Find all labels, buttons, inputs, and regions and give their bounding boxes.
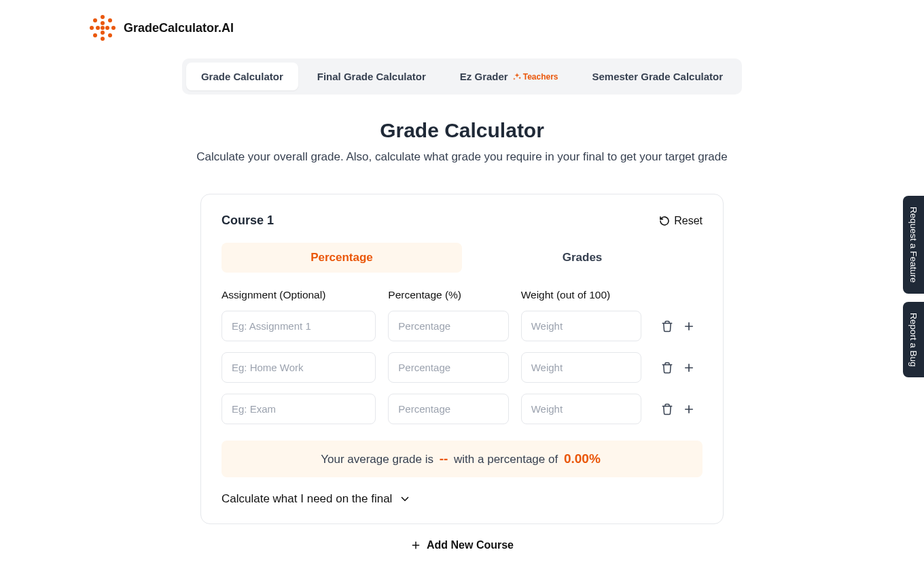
result-pre: Your average grade is	[321, 453, 433, 466]
trash-icon	[661, 403, 673, 415]
reset-button[interactable]: Reset	[659, 215, 703, 227]
expand-label: Calculate what I need on the final	[221, 492, 392, 506]
svg-point-4	[93, 18, 97, 22]
sparkles-icon	[512, 72, 522, 82]
col-weight: Weight (out of 100)	[521, 289, 641, 301]
percentage-input[interactable]	[388, 311, 508, 341]
svg-point-7	[108, 33, 112, 37]
refresh-icon	[659, 216, 670, 226]
weight-input[interactable]	[521, 311, 641, 341]
add-row-button[interactable]	[682, 320, 696, 333]
badge-text: Teachers	[523, 72, 558, 82]
result-percentage: 0.00%	[561, 451, 603, 466]
svg-point-11	[105, 26, 109, 30]
col-assignment: Assignment (Optional)	[221, 289, 376, 301]
reset-label: Reset	[674, 215, 703, 227]
plus-icon	[683, 403, 695, 415]
percentage-input[interactable]	[388, 394, 508, 424]
add-row-button[interactable]	[682, 402, 696, 416]
page-title: Grade Calculator	[0, 119, 924, 142]
add-course-button[interactable]: Add New Course	[0, 539, 924, 551]
svg-point-6	[93, 33, 97, 37]
tab-final-grade-calculator[interactable]: Final Grade Calculator	[302, 63, 441, 90]
svg-point-1	[101, 37, 105, 41]
nav-tabs: Grade Calculator Final Grade Calculator …	[182, 58, 742, 95]
svg-point-9	[101, 31, 105, 35]
col-percentage: Percentage (%)	[388, 289, 508, 301]
tab-label: Final Grade Calculator	[317, 71, 426, 82]
tab-ez-grader[interactable]: Ez Grader Teachers	[445, 63, 573, 90]
grade-row	[221, 352, 703, 383]
mode-tabs: Percentage Grades	[221, 243, 703, 273]
percentage-input[interactable]	[388, 352, 508, 383]
tab-label: Grade Calculator	[201, 71, 283, 82]
side-request-feature[interactable]: Request a Feature	[903, 196, 924, 294]
delete-row-button[interactable]	[660, 361, 674, 375]
plus-icon	[683, 320, 695, 332]
trash-icon	[661, 362, 673, 374]
result-grade: --	[437, 451, 451, 466]
svg-point-3	[111, 26, 116, 30]
grade-row	[221, 394, 703, 424]
mode-tab-grades[interactable]: Grades	[462, 243, 703, 273]
svg-point-12	[101, 26, 105, 30]
chevron-down-icon	[399, 493, 411, 505]
side-report-bug[interactable]: Report a Bug	[903, 302, 924, 378]
tab-label: Ez Grader	[460, 71, 508, 82]
assignment-input[interactable]	[221, 352, 376, 383]
logo-icon	[88, 14, 117, 42]
page-subtitle: Calculate your overall grade. Also, calc…	[0, 150, 924, 164]
plus-icon	[410, 540, 421, 551]
plus-icon	[683, 362, 695, 374]
weight-input[interactable]	[521, 394, 641, 424]
tab-label: Semester Grade Calculator	[592, 71, 724, 82]
svg-point-8	[101, 21, 105, 25]
grade-row	[221, 311, 703, 341]
brand-name: GradeCalculator.AI	[124, 21, 234, 35]
add-row-button[interactable]	[682, 361, 696, 375]
mode-tab-percentage[interactable]: Percentage	[221, 243, 462, 273]
svg-point-2	[90, 26, 94, 30]
tab-grade-calculator[interactable]: Grade Calculator	[186, 63, 298, 90]
header: GradeCalculator.AI	[0, 0, 924, 56]
result-mid: with a percentage of	[454, 453, 558, 466]
svg-point-0	[101, 15, 105, 19]
course-title: Course 1	[221, 213, 274, 228]
trash-icon	[661, 320, 673, 332]
delete-row-button[interactable]	[660, 402, 674, 416]
add-course-label: Add New Course	[427, 539, 514, 551]
expand-final-needed[interactable]: Calculate what I need on the final	[221, 492, 703, 506]
weight-input[interactable]	[521, 352, 641, 383]
assignment-input[interactable]	[221, 311, 376, 341]
delete-row-button[interactable]	[660, 320, 674, 333]
result-bar: Your average grade is -- with a percenta…	[221, 441, 703, 477]
tab-semester-grade-calculator[interactable]: Semester Grade Calculator	[578, 63, 739, 90]
teachers-badge: Teachers	[512, 72, 558, 82]
course-card: Course 1 Reset Percentage Grades Assignm…	[200, 194, 724, 524]
assignment-input[interactable]	[221, 394, 376, 424]
svg-point-5	[108, 18, 112, 22]
svg-point-10	[96, 26, 100, 30]
